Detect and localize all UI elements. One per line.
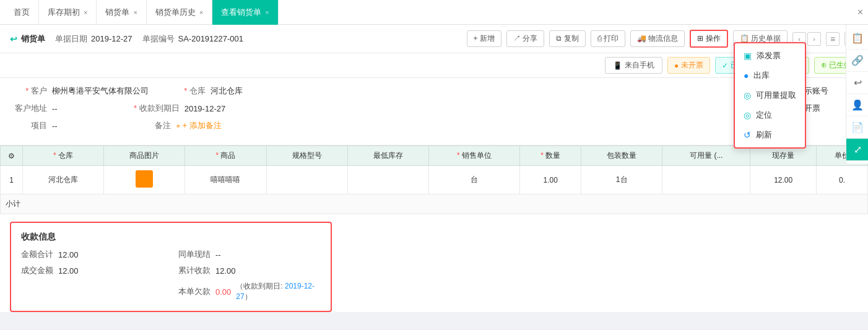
product-table-container: ⚙ 仓库 商品图片 商品 规格型号 最低库存 销售单位 数量 包装数量 可用量 … — [0, 145, 868, 214]
note-label: 备注 — [134, 120, 171, 131]
cumulative-payment-field: 累计收款 12.00 — [178, 265, 321, 276]
doc-title-text: 销货单 — [21, 33, 45, 45]
balance-label: 本单欠款 — [178, 286, 210, 297]
form-row-1: 客户 柳州粤港平安气体有限公司 仓库 河北仓库 业务员 演示账号 — [10, 85, 858, 97]
table-header-row: ⚙ 仓库 商品图片 商品 规格型号 最低库存 销售单位 数量 包装数量 可用量 … — [1, 146, 868, 166]
refresh-menu-item[interactable]: ↺ 刷新 — [735, 125, 805, 145]
row-no: 1 — [1, 166, 23, 194]
phone-icon: 📱 — [613, 61, 622, 70]
subtotal-row: 小计 — [1, 194, 868, 214]
operation-dropdown: ▣ 添发票 ● 出库 ◎ 可用量提取 ◎ 定位 ↺ 刷新 — [734, 42, 806, 149]
sidebar-expand-icon[interactable]: ⤢ — [846, 139, 868, 161]
payment-title: 收款信息 — [21, 232, 321, 243]
payment-section: 收款信息 金额合计 12.00 同单现结 -- 成交金额 12.00 累计收款 … — [10, 222, 332, 312]
locate-icon: ◎ — [744, 110, 751, 120]
total-amount-field: 金额合计 12.00 — [21, 249, 163, 260]
list-view-button[interactable]: ≡ — [826, 32, 840, 46]
tab-close-history[interactable]: × — [199, 9, 203, 16]
sidebar-user-icon[interactable]: 👤 — [846, 94, 868, 116]
row-price: 0. — [817, 166, 868, 194]
doc-number-field: 单据编号 SA-20191227-001 — [142, 33, 244, 45]
cumulative-value: 12.00 — [215, 266, 236, 276]
tab-close-view[interactable]: × — [265, 9, 269, 16]
tab-sales-history[interactable]: 销货单历史 × — [147, 0, 212, 25]
date-value: 2019-12-27 — [91, 34, 132, 43]
total-amount-label: 金额合计 — [21, 249, 53, 260]
available-header: 可用量 (... — [662, 146, 750, 166]
sidebar-link-icon[interactable]: 🔗 — [846, 50, 868, 72]
tab-sales-order[interactable]: 销货单 × — [97, 0, 146, 25]
new-button[interactable]: + 新增 — [467, 30, 501, 47]
sidebar-file-icon[interactable]: 📄 — [846, 116, 868, 139]
same-order-label: 同单现结 — [178, 249, 210, 260]
qty-header: 数量 — [520, 146, 581, 166]
tab-close-inventory[interactable]: × — [84, 9, 87, 16]
warehouse-label: 仓库 — [168, 85, 206, 97]
audit-check-icon: ✓ — [722, 61, 728, 70]
deal-amount-value: 12.00 — [58, 266, 79, 276]
deal-amount-label: 成交金额 — [21, 265, 53, 276]
project-label: 项目 — [10, 120, 47, 131]
tab-view-sales[interactable]: 查看销货单 × — [212, 0, 278, 25]
document-meta: 单据日期 2019-12-27 单据编号 SA-20191227-001 — [55, 33, 457, 45]
locate-menu-item[interactable]: ◎ 定位 — [735, 105, 805, 125]
warehouse-header: 仓库 — [23, 146, 104, 166]
operation-button[interactable]: ⊞ 操作 — [690, 30, 727, 48]
refresh-icon: ↺ — [744, 130, 751, 140]
add-invoice-icon: ▣ — [744, 51, 752, 61]
logistics-button[interactable]: 🚚 物流信息 — [630, 30, 685, 47]
add-note-button[interactable]: + + 添加备注 — [176, 120, 222, 131]
row-pkgqty: 1台 — [581, 166, 662, 194]
due-date-value: 2019-12-27 — [184, 104, 246, 113]
product-header: 商品 — [185, 146, 266, 166]
row-image — [104, 166, 185, 194]
document-title: ↩ 销货单 — [10, 33, 45, 45]
print-button[interactable]: ⎙ 打印 — [591, 30, 625, 47]
note-field: 备注 + + 添加备注 — [134, 120, 222, 131]
date-label: 单据日期 — [55, 33, 87, 45]
row-warehouse: 河北仓库 — [23, 166, 104, 194]
currentstock-header: 现存量 — [750, 146, 817, 166]
same-order-value: -- — [215, 250, 221, 259]
address-field: 客户地址 -- — [10, 103, 114, 114]
row-unit: 台 — [428, 166, 519, 194]
due-date-label: 收款到期日 — [134, 103, 180, 114]
sidebar-document-icon[interactable]: 📋 — [846, 27, 868, 50]
right-sidebar: 📋 🔗 ↩ 👤 📄 ⤢ — [846, 25, 868, 163]
address-label: 客户地址 — [10, 103, 47, 114]
copy-button[interactable]: ⧉ 复制 — [549, 30, 585, 47]
settings-header[interactable]: ⚙ — [1, 146, 23, 166]
available-extract-menu-item[interactable]: ◎ 可用量提取 — [735, 85, 805, 105]
window-close-button[interactable]: × — [857, 7, 863, 18]
plus-icon: + — [176, 121, 181, 131]
row-spec — [266, 166, 347, 194]
row-available — [662, 166, 750, 194]
balance-value: 0.00 — [215, 287, 231, 297]
row-product: 嘻嘻嘻嘻 — [185, 166, 266, 194]
doc-icon: ↩ — [10, 34, 17, 44]
image-header: 商品图片 — [104, 146, 185, 166]
sidebar-return-icon[interactable]: ↩ — [846, 72, 868, 94]
add-invoice-menu-item[interactable]: ▣ 添发票 — [735, 46, 805, 66]
number-value: SA-20191227-001 — [178, 34, 244, 43]
tab-inventory-init[interactable]: 库存期初 × — [39, 0, 97, 25]
out-warehouse-icon: ● — [744, 71, 749, 80]
deal-amount-field: 成交金额 12.00 — [21, 265, 163, 276]
spec-header: 规格型号 — [266, 146, 347, 166]
row-minstock — [347, 166, 428, 194]
next-arrow[interactable]: › — [807, 32, 821, 46]
tab-close-sales[interactable]: × — [133, 9, 137, 16]
form-row-3: 项目 -- 备注 + + 添加备注 业务员孟 -- — [10, 120, 858, 131]
customer-field: 客户 柳州粤港平安气体有限公司 — [10, 85, 149, 97]
tab-home[interactable]: 首页 — [5, 0, 39, 25]
customer-value: 柳州粤港平安气体有限公司 — [52, 85, 149, 97]
invoice-status-badge[interactable]: ● 未开票 — [667, 57, 710, 74]
from-phone-button[interactable]: 📱 来自手机 — [605, 57, 662, 74]
subtotal-label: 小计 — [1, 194, 868, 214]
total-amount-value: 12.00 — [58, 250, 79, 259]
out-warehouse-menu-item[interactable]: ● 出库 — [735, 66, 805, 85]
share-button[interactable]: ↗ 分享 — [506, 30, 544, 47]
balance-note: （收款到期日: 2019-12-27） — [236, 281, 321, 302]
customer-label: 客户 — [10, 85, 47, 97]
product-image — [136, 170, 153, 188]
